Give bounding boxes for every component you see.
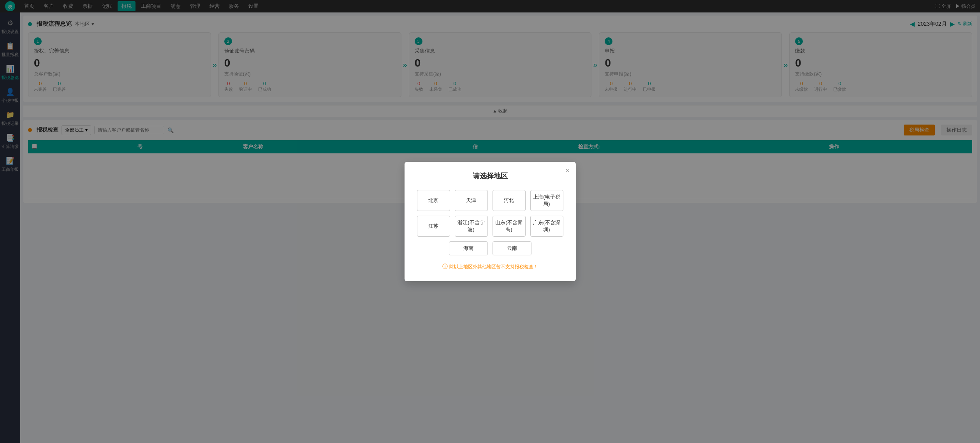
region-row-2: 江苏 浙江(不含宁波) 山东(不含青岛) 广东(不含深圳) (417, 216, 563, 237)
region-btn-hebei[interactable]: 河北 (493, 190, 526, 211)
region-btn-shanghai[interactable]: 上海(电子税局) (530, 190, 563, 211)
region-row-3: 海南 云南 (417, 241, 563, 255)
modal-close-btn[interactable]: × (565, 167, 570, 175)
warning-text: 除以上地区外其他地区暂不支持报税检查！ (449, 264, 538, 270)
modal-warning: ⓘ 除以上地区外其他地区暂不支持报税检查！ (417, 263, 563, 270)
modal-overlay[interactable]: × 请选择地区 北京 天津 河北 上海(电子税局) 江苏 浙江(不含宁波) 山东… (0, 0, 980, 443)
warning-icon: ⓘ (442, 263, 448, 270)
region-btn-zhejiang[interactable]: 浙江(不含宁波) (455, 216, 488, 237)
modal-title: 请选择地区 (417, 171, 563, 181)
region-select-modal: × 请选择地区 北京 天津 河北 上海(电子税局) 江苏 浙江(不含宁波) 山东… (405, 162, 576, 281)
region-btn-shandong[interactable]: 山东(不含青岛) (493, 216, 526, 237)
region-btn-guangdong[interactable]: 广东(不含深圳) (530, 216, 563, 237)
region-btn-yunnan[interactable]: 云南 (493, 241, 531, 255)
region-btn-tianjin[interactable]: 天津 (455, 190, 488, 211)
region-btn-jiangsu[interactable]: 江苏 (417, 216, 450, 237)
region-row-1: 北京 天津 河北 上海(电子税局) (417, 190, 563, 211)
region-btn-hainan[interactable]: 海南 (449, 241, 488, 255)
region-btn-beijing[interactable]: 北京 (417, 190, 450, 211)
